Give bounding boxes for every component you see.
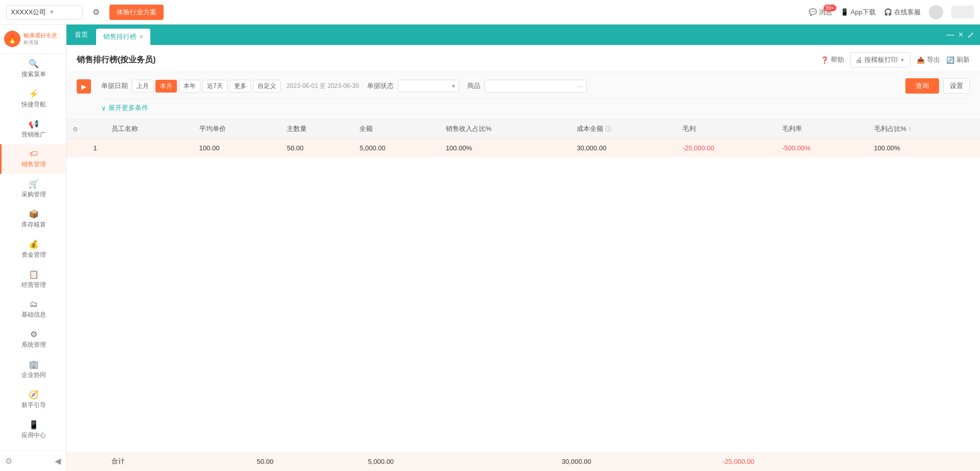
- th-avg-price: 平均单价: [193, 119, 281, 139]
- refresh-button[interactable]: 🔄 刷新: [946, 55, 970, 64]
- message-icon: 💬: [809, 8, 817, 16]
- cost-info-icon[interactable]: ⓘ: [605, 125, 611, 132]
- td-name: [105, 139, 193, 158]
- app-download-button[interactable]: 📱 App下载: [840, 8, 876, 17]
- refresh-icon: 🔄: [946, 56, 954, 64]
- th-name: 员工名称: [105, 119, 193, 139]
- print-button[interactable]: 🖨 按模板打印 ▼: [850, 52, 910, 68]
- page-actions: ❓ 帮助 🖨 按模板打印 ▼ 📤 导出 🔄: [821, 52, 970, 68]
- print-label: 按模板打印: [864, 55, 898, 64]
- sidebar-item-label: 销售管理: [21, 160, 46, 169]
- td-total-label: 合计: [105, 452, 203, 471]
- sidebar-item-appstore[interactable]: 📱 应用中心: [0, 415, 66, 445]
- sidebar-item-quicknav[interactable]: ⚡ 快捷导航: [0, 84, 66, 114]
- sidebar-item-operations[interactable]: 📋 经营管理: [0, 264, 66, 295]
- data-table: ⚙ 员工名称 平均单价 主数量 全额 销售收入占比% 成本全额 ⓘ: [66, 119, 980, 158]
- tab-close-all-icon[interactable]: ×: [959, 30, 963, 39]
- goods-filter-group: 商品 ···: [467, 80, 587, 93]
- td-gross: -25,000.00: [676, 139, 776, 158]
- phone-icon: 📱: [29, 420, 39, 430]
- filter-section: ▶ 单据日期 上月 本月 本年 近7天: [77, 78, 970, 113]
- trial-button[interactable]: 体验行业方案: [109, 5, 164, 20]
- sidebar-item-label: 搜索菜单: [21, 70, 46, 79]
- tab-minimize-icon[interactable]: —: [946, 30, 954, 39]
- export-button[interactable]: 📤 导出: [917, 55, 940, 64]
- message-button[interactable]: 💬 消息 99+: [809, 8, 832, 17]
- expand-arrow-button[interactable]: ▶: [77, 79, 91, 94]
- avatar[interactable]: [929, 5, 943, 19]
- td-total-gross: -25,000.00: [716, 452, 885, 471]
- sidebar-item-newbie[interactable]: 🧭 新手引导: [0, 385, 66, 415]
- date-btn-current-year[interactable]: 本年: [179, 80, 200, 93]
- th-rank: [85, 119, 105, 139]
- date-range: 2023-06-01 至 2023-06-30: [287, 82, 359, 91]
- sidebar-item-marketing[interactable]: 📢 营销推广: [0, 114, 66, 144]
- topbar-settings-icon[interactable]: ⚙: [88, 4, 104, 20]
- date-btn-7days[interactable]: 近7天: [202, 80, 227, 93]
- chevron-down-icon: ▼: [49, 9, 54, 15]
- th-settings: ⚙: [66, 119, 85, 139]
- sidebar-item-label: 基础信息: [21, 310, 46, 319]
- export-label: 导出: [927, 55, 940, 64]
- collapse-icon[interactable]: ◀: [55, 456, 61, 466]
- sidebar-item-inventory[interactable]: 📦 库存核算: [0, 204, 66, 234]
- td-main-qty: 50.00: [281, 139, 353, 158]
- td-rank: 1: [85, 139, 105, 158]
- goods-label: 商品: [467, 81, 481, 91]
- status-filter-group: 单据状态: [367, 80, 459, 92]
- brand-name: 畅康通好生意: [24, 32, 57, 39]
- top-bar: XXXXX公司 ▼ ⚙ 体验行业方案 💬 消息 99+ 📱 App下载 🎧 在线…: [0, 0, 980, 25]
- company-selector[interactable]: XXXXX公司 ▼: [6, 5, 83, 19]
- date-filter-group: 单据日期 上月 本月 本年 近7天 更多 自定义: [101, 80, 359, 93]
- td-total-cost: 30,000.00: [556, 452, 717, 471]
- th-total: 全额: [353, 119, 439, 139]
- date-btn-current-month[interactable]: 本月: [155, 80, 177, 93]
- status-select[interactable]: [398, 80, 459, 92]
- expand-label: 展开更多条件: [108, 103, 148, 113]
- help-button[interactable]: ❓ 帮助: [821, 55, 844, 64]
- th-gross: 毛利: [676, 119, 776, 139]
- settings-bottom-icon[interactable]: ⚙: [5, 456, 12, 466]
- date-buttons: 上月 本月 本年 近7天 更多 自定义: [132, 80, 281, 93]
- sidebar-item-wechat[interactable]: 💬 企业微信: [0, 445, 66, 451]
- date-btn-custom[interactable]: 自定义: [253, 80, 281, 93]
- sidebar-item-basic[interactable]: 🗂 基础信息: [0, 295, 66, 324]
- date-btn-last-month[interactable]: 上月: [132, 80, 153, 93]
- td-total-avg-price: [203, 452, 250, 471]
- help-label: 帮助: [831, 55, 844, 64]
- goods-input[interactable]: ···: [485, 80, 587, 93]
- tab-close-icon[interactable]: ×: [140, 33, 143, 40]
- cart-icon: 🛒: [29, 179, 39, 189]
- sidebar-item-label: 系统管理: [21, 341, 46, 349]
- sidebar-item-search[interactable]: 🔍 搜索菜单: [0, 54, 66, 84]
- gross-ratio-sort-icon[interactable]: ↕: [908, 125, 911, 132]
- td-total-gross-rate: [885, 452, 932, 471]
- sidebar-item-purchase[interactable]: 🛒 采购管理: [0, 174, 66, 204]
- query-button[interactable]: 查询: [905, 78, 939, 94]
- sidebar-item-sales[interactable]: 🏷 销售管理: [0, 144, 66, 174]
- sidebar-item-system[interactable]: ⚙ 系统管理: [0, 324, 66, 354]
- td-total-spacer2: [85, 452, 105, 471]
- td-gross-ratio: 100.00%: [868, 139, 980, 158]
- megaphone-icon: 📢: [29, 119, 39, 129]
- chevron-down-icon: ∨: [101, 104, 106, 112]
- print-icon: 🖨: [856, 56, 862, 64]
- tab-sales-ranking[interactable]: 销售排行榜 ×: [96, 29, 150, 45]
- online-service-button[interactable]: 🎧 在线客服: [884, 8, 921, 17]
- filters-main: 单据日期 上月 本月 本年 近7天 更多 自定义: [101, 78, 970, 113]
- user-name[interactable]: [951, 6, 974, 18]
- compass-icon: 🧭: [29, 390, 39, 399]
- td-total-main-qty: 50.00: [250, 452, 361, 471]
- settings-row-button[interactable]: 设置: [943, 78, 970, 94]
- sidebar-item-enterprise[interactable]: 🏢 企业协同: [0, 354, 66, 385]
- tab-home[interactable]: 首页: [66, 25, 96, 45]
- sidebar-item-finance[interactable]: 💰 资金管理: [0, 234, 66, 264]
- sidebar-item-label: 采购管理: [21, 190, 46, 199]
- td-gross-rate: -500.00%: [776, 139, 868, 158]
- search-icon: 🔍: [29, 59, 39, 69]
- expand-more-button[interactable]: ∨ 展开更多条件: [101, 99, 970, 113]
- date-btn-more[interactable]: 更多: [230, 80, 251, 93]
- tab-maximize-icon[interactable]: ⤢: [967, 30, 974, 40]
- column-settings-icon[interactable]: ⚙: [73, 126, 78, 133]
- company-name: XXXXX公司: [11, 8, 46, 17]
